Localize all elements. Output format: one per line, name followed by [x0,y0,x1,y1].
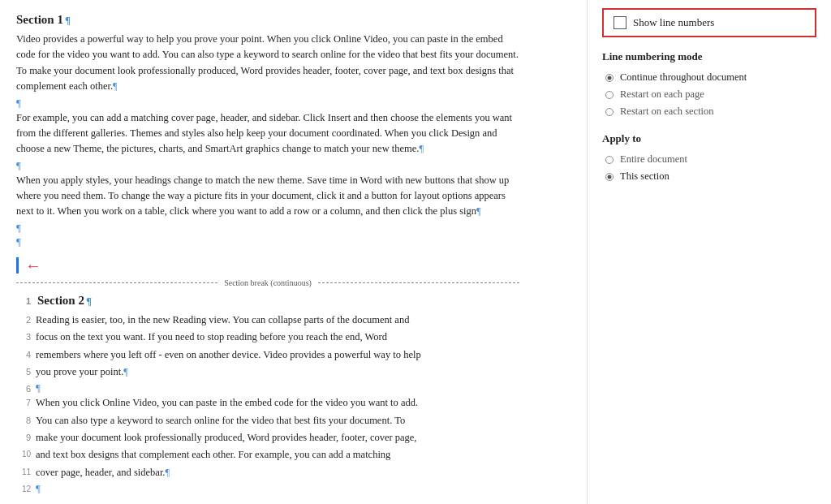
section2-line9-text: make your document look professionally p… [36,430,519,446]
section2-line7-text: When you click Online Video, you can pas… [36,395,519,411]
section-break-line-left [16,282,217,283]
radio-dot-restart-page [605,91,614,99]
blank-pilcrow-4: ¶ [16,235,21,248]
section2-line2-text: Reading is easier, too, in the new Readi… [36,312,519,328]
section1-para1-text: Video provides a powerful way to help yo… [16,33,519,92]
line-num-6: 6 [16,383,31,394]
section2-line4-text: remembers where you left off - even on a… [36,347,519,363]
line-num-8: 8 [16,413,31,429]
line-numbering-mode-title: Line numbering mode [602,50,816,63]
radio-dot-restart-section [605,108,614,116]
red-arrow-icon: ← [25,256,41,275]
line-num-5: 5 [16,364,31,380]
section-break: Section break (continuous) [16,278,519,287]
line-num-12: 12 [16,484,31,493]
radio-entire-document[interactable]: Entire document [605,153,816,166]
radio-this-section[interactable]: This section [605,170,816,183]
line-num-4: 4 [16,347,31,363]
pilcrow1: ¶ [113,80,118,92]
cursor-indicator [16,257,19,274]
radio-restart-page[interactable]: Restart on each page [605,88,816,101]
show-line-numbers-checkbox[interactable] [614,16,626,29]
line-num-10: 10 [16,447,31,463]
section2-line5-text: you prove your point.¶ [36,364,519,380]
section2-line-2: 2 Reading is easier, too, in the new Rea… [16,312,519,328]
blank-pilcrow-2: ¶ [16,159,21,172]
radio-label-restart-page: Restart on each page [620,88,704,101]
section2-line-8: 8 You can also type a keyword to search … [16,413,519,429]
blank-para-4: ¶ [16,235,519,248]
radio-dot-continue [605,74,614,82]
section2-line-5: 5 you prove your point.¶ [16,364,519,380]
blank-para-3: ¶ [16,222,519,235]
pilcrow3: ¶ [476,205,481,217]
section-break-line-right [318,282,519,283]
section1-para3: When you apply styles, your headings cha… [16,173,519,220]
section2-line-11: 11 cover page, header, and sidebar.¶ [16,465,519,480]
section2-blank-12: 12 ¶ [16,482,519,495]
line-numbering-mode-group: Continue throughout document Restart on … [602,71,816,118]
cursor-area: ← [16,256,519,275]
radio-label-continue: Continue throughout document [620,71,747,84]
blank-para-2: ¶ [16,159,519,172]
radio-label-entire: Entire document [620,153,687,166]
blank-pilcrow-s2-2: ¶ [36,482,41,495]
section2-line-9: 9 make your document look professionally… [16,430,519,446]
pilcrow2: ¶ [419,143,424,154]
blank-pilcrow-s2: ¶ [36,381,41,394]
radio-dot-entire [605,156,614,164]
pilcrow-s2-2: ¶ [166,467,170,478]
section2-line10-text: and text box designs that complement eac… [36,447,519,463]
section1-para1: Video provides a powerful way to help yo… [16,32,519,95]
radio-restart-section[interactable]: Restart on each section [605,106,816,118]
radio-continue-throughout[interactable]: Continue throughout document [605,71,816,84]
section2-heading: 1 Section 2¶ [16,294,519,308]
section2-line-3: 3 focus on the text you want. If you nee… [16,330,519,345]
line-num-2: 2 [16,312,31,328]
right-panel: Show line numbers Line numbering mode Co… [588,0,831,504]
blank-para-1: ¶ [16,97,519,110]
section2-line-10: 10 and text box designs that complement … [16,447,519,463]
section1-heading: Section 1¶ [16,13,519,27]
line-num-11: 11 [16,465,31,480]
doc-content: Section 1¶ Video provides a powerful way… [16,13,519,495]
radio-label-this-section: This section [620,170,670,183]
section2-line8-text: You can also type a keyword to search on… [36,413,519,429]
section2-heading-text: Section 2 [37,294,84,308]
line-num-3: 3 [16,330,31,345]
blank-pilcrow-1: ¶ [16,97,21,110]
apply-to-group: Entire document This section [602,153,816,183]
section2-heading-pilcrow: ¶ [86,295,92,308]
line-num-7: 7 [16,395,31,411]
section1-heading-pilcrow: ¶ [65,14,71,27]
radio-dot-this-section [605,173,614,181]
section2-line3-text: focus on the text you want. If you need … [36,330,519,345]
section1-heading-text: Section 1 [16,13,63,27]
line-num-9: 9 [16,430,31,446]
section2-line-7: 7 When you click Online Video, you can p… [16,395,519,411]
section2-heading-linenum: 1 [16,295,31,306]
radio-label-restart-section: Restart on each section [620,106,714,118]
document-area: Section 1¶ Video provides a powerful way… [0,0,588,504]
section2-blank-6: 6 ¶ [16,381,519,394]
section-break-label: Section break (continuous) [217,278,318,287]
apply-to-title: Apply to [602,132,816,145]
show-line-numbers-row[interactable]: Show line numbers [602,8,816,37]
blank-pilcrow-3: ¶ [16,222,21,235]
show-line-numbers-label: Show line numbers [633,16,714,29]
section1-para3-text: When you apply styles, your headings cha… [16,174,509,218]
pilcrow-s2-1: ¶ [123,366,128,377]
section2-line11-text: cover page, header, and sidebar.¶ [36,465,519,480]
section1-para2: For example, you can add a matching cove… [16,110,519,157]
section2-line-4: 4 remembers where you left off - even on… [16,347,519,363]
section1-para2-text: For example, you can add a matching cove… [16,112,512,155]
